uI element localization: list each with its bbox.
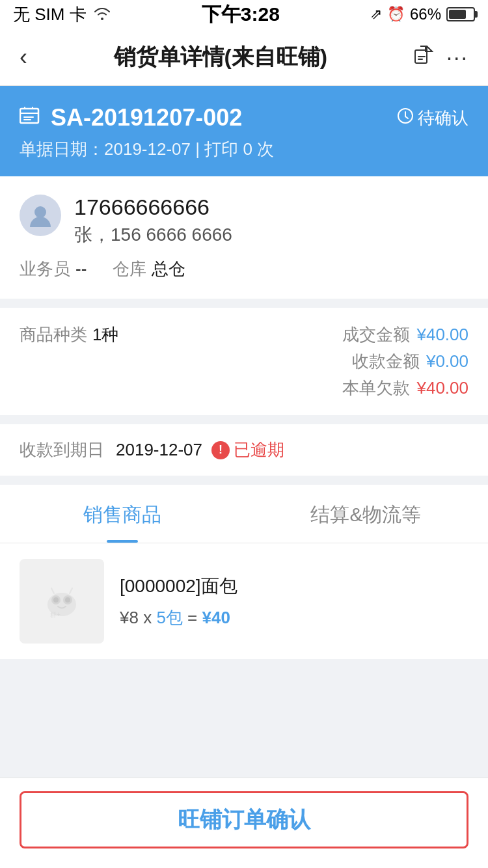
price-label: ¥8 x [120, 608, 152, 627]
goods-type-label: 商品种类 [20, 323, 87, 346]
overdue-text: 已逾期 [234, 439, 284, 461]
warehouse-label: 仓库 [113, 258, 146, 280]
svg-point-8 [65, 597, 70, 603]
customer-name: 张，156 6666 6666 [74, 223, 468, 247]
svg-rect-1 [20, 109, 38, 123]
goods-type: 商品种类 1种 [20, 323, 118, 346]
nav-left[interactable]: ‹ [20, 44, 27, 71]
payment-value: ¥0.00 [426, 351, 468, 372]
svg-point-3 [34, 206, 46, 218]
order-icon [20, 104, 43, 131]
owe-value: ¥40.00 [416, 378, 468, 398]
price-qty: 5包 [156, 608, 182, 627]
wifi-icon [93, 5, 111, 25]
due-date: 2019-12-07 [116, 440, 202, 460]
status-right: ⇗ ⏰ 66% [370, 5, 475, 23]
order-id: SA-20191207-002 [20, 104, 242, 131]
nav-bar: ‹ 销货单详情(来自旺铺) ··· [0, 29, 488, 86]
carrier-text: 无 SIM 卡 [13, 3, 87, 26]
tab-sales-goods[interactable]: 销售商品 [0, 485, 244, 543]
overdue-icon: ! [211, 441, 230, 459]
product-price: ¥8 x 5包 = ¥40 [120, 606, 468, 629]
info-row: 业务员 -- 仓库 总仓 [20, 258, 468, 280]
amount-right: 成交金额 ¥40.00 收款金额 ¥0.00 本单欠款 ¥40.00 [342, 323, 468, 400]
due-date-section: 收款到期日 2019-12-07 ! 已逾期 [0, 424, 488, 476]
deal-amount-value: ¥40.00 [416, 325, 468, 345]
deal-amount-row: 成交金额 ¥40.00 [342, 323, 468, 346]
battery-percent: 66% [410, 5, 441, 23]
product-thumbnail: 群+ [20, 559, 104, 644]
nav-right[interactable]: ··· [414, 44, 468, 70]
status-time: 下午3:28 [202, 1, 280, 28]
more-icon[interactable]: ··· [446, 44, 468, 70]
due-label: 收款到期日 [20, 439, 104, 461]
salesperson-value: -- [75, 259, 87, 279]
customer-phone: 17666666666 [74, 195, 468, 220]
salesperson-label: 业务员 [20, 258, 70, 280]
owe-row: 本单欠款 ¥40.00 [342, 377, 468, 400]
bottom-bar: 旺铺订单确认 [0, 778, 488, 868]
overdue-badge: ! 已逾期 [211, 439, 284, 461]
export-icon[interactable] [414, 45, 433, 69]
alarm-icon: ⏰ [387, 6, 405, 23]
tabs-row[interactable]: 销售商品 结算&物流等 [0, 485, 488, 543]
product-name: [0000002]面包 [120, 574, 468, 599]
location-icon: ⇗ [370, 6, 382, 23]
order-header-card: SA-20191207-002 待确认 单据日期：2019-12-07 | 打印… [0, 86, 488, 176]
order-meta: 单据日期：2019-12-07 | 打印 0 次 [20, 138, 468, 161]
clock-icon [397, 107, 414, 129]
product-row: 群+ [0000002]面包 ¥8 x 5包 = ¥40 [20, 559, 468, 644]
goods-type-value: 1种 [92, 323, 118, 346]
svg-text:群+: 群+ [50, 611, 61, 618]
status-bar: 无 SIM 卡 下午3:28 ⇗ ⏰ 66% [0, 0, 488, 29]
back-button[interactable]: ‹ [20, 44, 27, 71]
product-section: 群+ [0000002]面包 ¥8 x 5包 = ¥40 [0, 543, 488, 659]
customer-info: 17666666666 张，156 6666 6666 [74, 195, 468, 247]
warehouse-value: 总仓 [152, 258, 185, 280]
salesperson-item: 业务员 -- [20, 258, 87, 280]
confirm-order-button[interactable]: 旺铺订单确认 [20, 791, 468, 848]
svg-point-7 [53, 597, 59, 603]
product-info: [0000002]面包 ¥8 x 5包 = ¥40 [120, 574, 468, 629]
order-status: 待确认 [397, 107, 468, 129]
customer-section: 17666666666 张，156 6666 6666 业务员 -- 仓库 总仓 [0, 176, 488, 299]
status-left: 无 SIM 卡 [13, 3, 111, 26]
warehouse-item: 仓库 总仓 [113, 258, 185, 280]
price-total: ¥40 [202, 608, 230, 627]
customer-row: 17666666666 张，156 6666 6666 [20, 195, 468, 247]
tabs-section: 销售商品 结算&物流等 群+ [00000 [0, 485, 488, 659]
owe-label: 本单欠款 [342, 377, 410, 400]
tab-settle-logistics[interactable]: 结算&物流等 [244, 485, 488, 543]
price-equals: = [187, 608, 202, 627]
battery-icon [446, 7, 475, 21]
nav-title: 销货单详情(来自旺铺) [114, 42, 328, 72]
amount-section: 商品种类 1种 成交金额 ¥40.00 收款金额 ¥0.00 本单欠款 ¥40.… [0, 308, 488, 415]
deal-amount-label: 成交金额 [342, 323, 410, 346]
payment-row: 收款金额 ¥0.00 [352, 350, 468, 373]
avatar [20, 195, 61, 236]
payment-label: 收款金额 [352, 350, 420, 373]
